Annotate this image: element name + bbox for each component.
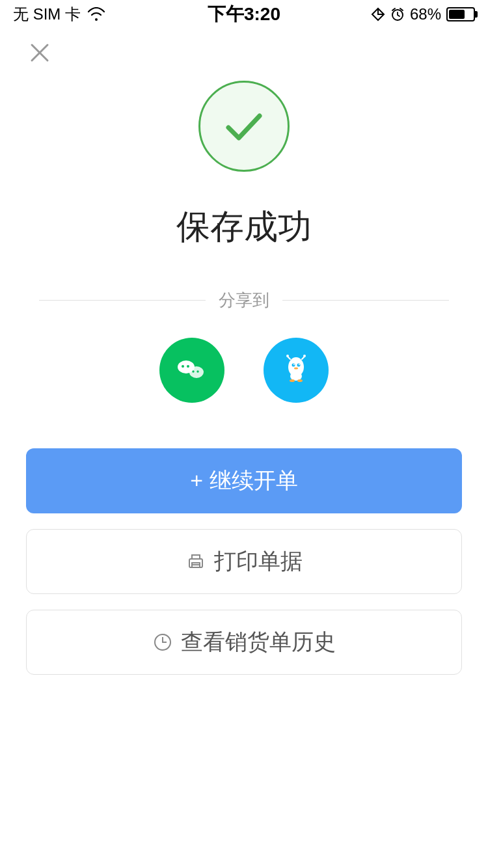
divider-line-left [39, 300, 206, 301]
continue-button[interactable]: + 继续开单 [26, 448, 462, 513]
wechat-share-button[interactable] [159, 338, 224, 403]
svg-point-18 [297, 379, 303, 382]
svg-point-21 [286, 355, 289, 357]
qq-icon [277, 351, 315, 389]
svg-point-16 [294, 368, 298, 370]
location-icon [371, 7, 385, 21]
svg-point-11 [290, 372, 302, 381]
svg-point-22 [303, 355, 306, 357]
alarm-icon [390, 7, 405, 21]
share-label: 分享到 [219, 289, 269, 312]
share-icons [159, 338, 329, 403]
qq-share-button[interactable] [264, 338, 329, 403]
history-label: 查看销货单历史 [181, 627, 336, 657]
close-button[interactable] [23, 36, 56, 69]
battery-percent: 68% [410, 5, 441, 23]
battery-icon [446, 7, 475, 21]
status-left: 无 SIM 卡 [13, 4, 105, 25]
action-buttons: + 继续开单 打印单据 查看销货单历史 [0, 448, 488, 675]
status-time: 下午3:20 [208, 2, 280, 27]
history-icon [152, 632, 173, 653]
wifi-icon [87, 7, 105, 21]
svg-point-14 [293, 364, 295, 365]
print-icon [185, 551, 206, 572]
svg-point-13 [297, 364, 301, 367]
svg-point-15 [299, 364, 300, 365]
svg-point-8 [192, 370, 194, 372]
success-title: 保存成功 [176, 204, 312, 250]
battery-fill [449, 10, 465, 19]
continue-label: + 继续开单 [190, 466, 297, 496]
svg-point-9 [197, 370, 198, 372]
success-icon-circle [198, 81, 290, 172]
sim-status: 无 SIM 卡 [13, 4, 81, 25]
wechat-icon [173, 351, 211, 389]
svg-point-7 [187, 365, 189, 368]
svg-point-17 [290, 379, 295, 382]
status-right: 68% [371, 5, 475, 23]
svg-point-6 [182, 365, 184, 368]
checkmark-icon [221, 103, 267, 150]
svg-point-12 [292, 364, 295, 367]
history-button[interactable]: 查看销货单历史 [26, 610, 462, 675]
print-button[interactable]: 打印单据 [26, 529, 462, 594]
status-bar: 无 SIM 卡 下午3:20 68% [0, 0, 488, 29]
svg-point-5 [189, 366, 204, 378]
share-divider: 分享到 [0, 289, 488, 312]
main-content: 保存成功 分享到 [0, 29, 488, 675]
print-label: 打印单据 [214, 547, 303, 576]
divider-line-right [282, 300, 449, 301]
